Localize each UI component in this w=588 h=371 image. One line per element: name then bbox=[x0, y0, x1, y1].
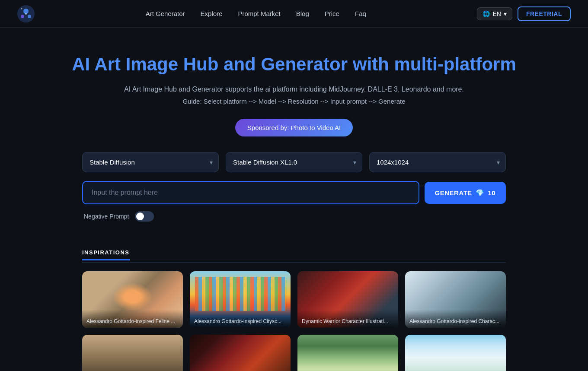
prompt-input[interactable] bbox=[82, 181, 419, 204]
inspiration-item-8[interactable] bbox=[405, 335, 506, 371]
freetrial-button[interactable]: FREETRIAL bbox=[518, 6, 571, 21]
hero-title: AI Art Image Hub and Generator with mult… bbox=[17, 54, 571, 75]
inspiration-caption-2: Alessandro Gottardo-inspired Citysc... bbox=[190, 310, 291, 328]
inspiration-item-5[interactable] bbox=[82, 335, 183, 371]
hero-guide: Guide: Select platform --> Model --> Res… bbox=[17, 98, 571, 105]
nav-faq[interactable]: Faq bbox=[355, 10, 366, 17]
negative-prompt-label: Negative Prompt bbox=[84, 213, 129, 220]
globe-icon: 🌐 bbox=[483, 10, 490, 17]
svg-point-2 bbox=[21, 15, 24, 18]
inspirations-grid: Alessandro Gottardo-inspired Feline ... … bbox=[82, 271, 506, 371]
prompt-row: GENERATE 💎 10 bbox=[82, 181, 506, 204]
language-selector[interactable]: 🌐 EN ▾ bbox=[477, 7, 512, 20]
inspiration-item-3[interactable]: Dynamic Warrior Character Illustrati... bbox=[297, 271, 398, 328]
model-select-wrapper: Stable Diffusion XL1.0 Stable Diffusion … bbox=[226, 152, 362, 172]
negative-prompt-toggle[interactable] bbox=[135, 211, 154, 222]
hero-subtitle: AI Art Image Hub and Generator supports … bbox=[17, 86, 571, 93]
nav-blog[interactable]: Blog bbox=[296, 10, 309, 17]
resolution-select[interactable]: 1024x1024 512x512 768x768 1280x720 1920x… bbox=[369, 152, 506, 172]
nav-links: Art Generator Explore Prompt Market Blog… bbox=[146, 10, 366, 18]
logo[interactable] bbox=[17, 5, 35, 22]
svg-point-4 bbox=[25, 13, 27, 15]
model-select[interactable]: Stable Diffusion XL1.0 Stable Diffusion … bbox=[226, 152, 362, 172]
diamond-icon: 💎 bbox=[476, 189, 485, 197]
nav-explore[interactable]: Explore bbox=[201, 10, 223, 17]
inspirations-divider bbox=[82, 262, 506, 263]
platform-select-wrapper: Stable Diffusion MidJourney DALL-E 3 Leo… bbox=[82, 152, 219, 172]
generate-label: GENERATE bbox=[435, 189, 472, 197]
nav-prompt-market[interactable]: Prompt Market bbox=[238, 10, 280, 17]
inspirations-section: INSPIRATIONS Alessandro Gottardo-inspire… bbox=[82, 248, 506, 371]
negative-prompt-row: Negative Prompt bbox=[82, 211, 506, 222]
credit-count: 10 bbox=[488, 189, 495, 197]
inspiration-item-2[interactable]: Alessandro Gottardo-inspired Citysc... bbox=[190, 271, 291, 328]
nav-right: 🌐 EN ▾ FREETRIAL bbox=[477, 6, 571, 21]
inspiration-caption-4: Alessandro Gottardo-inspired Charac... bbox=[405, 310, 506, 328]
inspiration-item-7[interactable] bbox=[297, 335, 398, 371]
chevron-down-icon: ▾ bbox=[504, 10, 507, 17]
inspirations-header: INSPIRATIONS bbox=[82, 249, 130, 260]
svg-point-3 bbox=[28, 15, 31, 18]
sponsor-button[interactable]: Sponsored by: Photo to Video AI bbox=[235, 119, 353, 136]
generate-button[interactable]: GENERATE 💎 10 bbox=[425, 182, 506, 204]
resolution-select-wrapper: 1024x1024 512x512 768x768 1280x720 1920x… bbox=[369, 152, 506, 172]
inspiration-item-1[interactable]: Alessandro Gottardo-inspired Feline ... bbox=[82, 271, 183, 328]
inspiration-caption-1: Alessandro Gottardo-inspired Feline ... bbox=[82, 310, 183, 328]
inspiration-image-8 bbox=[405, 335, 506, 371]
logo-icon bbox=[17, 5, 35, 22]
nav-art-generator[interactable]: Art Generator bbox=[146, 10, 185, 17]
controls-row: Stable Diffusion MidJourney DALL-E 3 Leo… bbox=[82, 152, 506, 172]
hero-section: AI Art Image Hub and Generator with mult… bbox=[0, 28, 588, 248]
nav-price[interactable]: Price bbox=[325, 10, 339, 17]
inspiration-image-7 bbox=[297, 335, 398, 371]
inspiration-image-5 bbox=[82, 335, 183, 371]
inspiration-image-6 bbox=[190, 335, 291, 371]
navbar: Art Generator Explore Prompt Market Blog… bbox=[0, 0, 588, 28]
inspiration-caption-3: Dynamic Warrior Character Illustrati... bbox=[297, 310, 398, 328]
platform-select[interactable]: Stable Diffusion MidJourney DALL-E 3 Leo… bbox=[82, 152, 219, 172]
lang-label: EN bbox=[492, 10, 501, 17]
inspiration-item-6[interactable] bbox=[190, 335, 291, 371]
inspiration-item-4[interactable]: Alessandro Gottardo-inspired Charac... bbox=[405, 271, 506, 328]
